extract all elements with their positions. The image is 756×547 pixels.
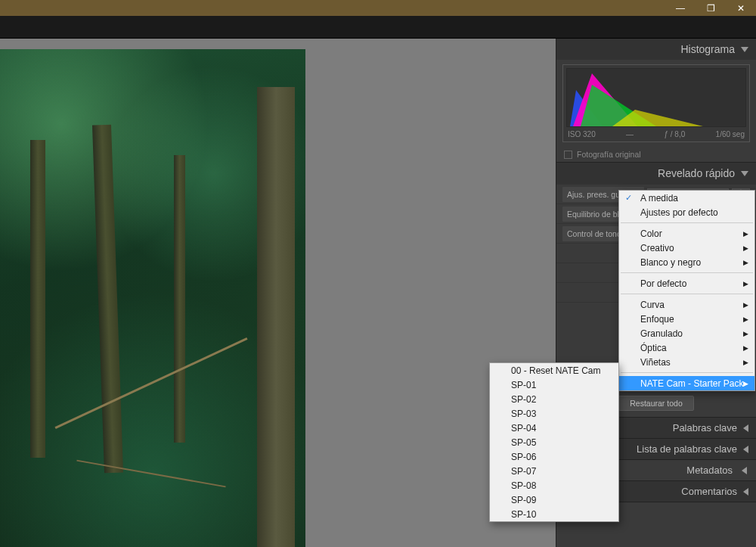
- preset-menu-item[interactable]: Óptica▶: [619, 340, 754, 355]
- submenu-item[interactable]: SP-07: [490, 464, 618, 478]
- maximize-button[interactable]: ❐: [696, 0, 726, 16]
- preset-menu-item[interactable]: Creativo▶: [619, 241, 754, 255]
- metadata-title[interactable]: Metadatos: [686, 465, 733, 476]
- image-viewport[interactable]: [0, 39, 556, 547]
- collapse-icon: [741, 47, 748, 52]
- preset-menu-item[interactable]: NATE Cam - Starter Pack▶: [619, 376, 754, 390]
- expand-icon: [743, 446, 748, 453]
- histogram-info: ISO 320 — ƒ / 8,0 1/60 seg: [566, 127, 746, 138]
- submenu-item[interactable]: SP-09: [490, 493, 618, 507]
- histogram-title: Histograma: [680, 43, 735, 55]
- aperture-value: ƒ / 8,0: [664, 130, 685, 138]
- original-photo-label: Fotografía original: [577, 150, 641, 159]
- app-toolbar: [0, 16, 756, 39]
- close-button[interactable]: ✕: [726, 0, 756, 16]
- submenu-item[interactable]: SP-08: [490, 478, 618, 493]
- preview-image: [0, 49, 305, 547]
- submenu-item[interactable]: SP-03: [490, 406, 618, 421]
- minimize-button[interactable]: —: [665, 0, 696, 16]
- submenu-item[interactable]: SP-06: [490, 449, 618, 464]
- focal-value: —: [626, 130, 634, 138]
- nate-cam-submenu: 00 - Reset NATE CamSP-01SP-02SP-03SP-04S…: [489, 362, 619, 522]
- preset-menu-item[interactable]: Curva▶: [619, 297, 754, 312]
- histogram-box: ISO 320 — ƒ / 8,0 1/60 seg: [562, 64, 750, 142]
- keyword-list-title: Lista de palabras clave: [637, 443, 737, 455]
- submenu-item[interactable]: SP-02: [490, 392, 618, 406]
- preset-menu-item[interactable]: Viñetas▶: [619, 355, 754, 369]
- checkbox-icon: [564, 151, 572, 159]
- comments-title: Comentarios: [681, 486, 737, 497]
- expand-icon: [743, 424, 748, 432]
- submenu-item[interactable]: 00 - Reset NATE Cam: [490, 363, 618, 378]
- submenu-item[interactable]: SP-01: [490, 378, 618, 392]
- restore-all-button[interactable]: Restaurar todo: [618, 396, 694, 411]
- expand-icon: [743, 488, 748, 496]
- preset-menu-item[interactable]: Granulado▶: [619, 326, 754, 340]
- submenu-item[interactable]: SP-04: [490, 421, 618, 435]
- collapse-icon: [741, 171, 748, 176]
- histogram-panel: Histograma ISO 320 — ƒ / 8,0 1/60 seg: [556, 39, 756, 163]
- shutter-value: 1/60 seg: [716, 130, 745, 138]
- preset-menu-item[interactable]: ✓A medida: [619, 191, 754, 205]
- quick-develop-title: Revelado rápido: [658, 167, 735, 179]
- preset-menu-item[interactable]: Color▶: [619, 226, 754, 241]
- histogram-canvas[interactable]: [566, 68, 746, 127]
- window-titlebar: — ❐ ✕: [0, 0, 756, 16]
- preset-menu-item[interactable]: Por defecto▶: [619, 276, 754, 291]
- preset-dropdown-menu: ✓A medidaAjustes por defectoColor▶Creati…: [618, 190, 755, 391]
- submenu-item[interactable]: SP-05: [490, 435, 618, 449]
- submenu-item[interactable]: SP-10: [490, 507, 618, 521]
- keywords-title: Palabras clave: [673, 422, 737, 434]
- iso-value: ISO 320: [568, 130, 596, 138]
- quick-develop-header[interactable]: Revelado rápido: [556, 163, 756, 184]
- histogram-header[interactable]: Histograma: [556, 39, 756, 60]
- preset-menu-item[interactable]: Enfoque▶: [619, 312, 754, 326]
- preset-menu-item[interactable]: Blanco y negro▶: [619, 255, 754, 269]
- original-photo-checkbox[interactable]: Fotografía original: [556, 147, 756, 162]
- expand-icon: [742, 467, 747, 474]
- preset-menu-item[interactable]: Ajustes por defecto: [619, 205, 754, 219]
